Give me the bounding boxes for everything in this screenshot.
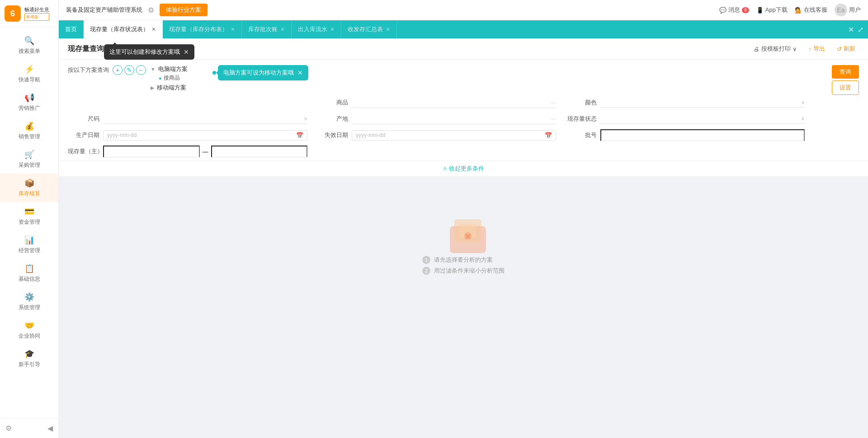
expiry-date-placeholder: yyyy-mm-dd bbox=[356, 132, 385, 138]
mobile-scheme-label[interactable]: 移动端方案 bbox=[157, 84, 186, 92]
tabbar-right-actions: ✕ ⤢ bbox=[848, 25, 868, 34]
tooltip1-text: 电脑方案可设为移动方案哦 bbox=[223, 69, 294, 77]
tab-close-icon[interactable]: ✕ bbox=[151, 26, 156, 33]
tab-home[interactable]: 首页 bbox=[59, 20, 84, 38]
tooltip1-close-btn[interactable]: ✕ bbox=[297, 69, 303, 76]
sidebar-nav: 🔍 搜索菜单 ⚡ 快速导航 📢 营销推广 💰 销售管理 🛒 采购管理 📦 库存核… bbox=[0, 28, 58, 418]
user-label: 用户 bbox=[849, 6, 861, 14]
page-actions: 🖨 按模板打印 ∨ ↑ 导出 ↺ 刷新 bbox=[750, 43, 859, 55]
sidebar-item-purchase[interactable]: 🛒 采购管理 bbox=[0, 145, 58, 174]
mobile-scheme-arrow[interactable]: ▶ bbox=[151, 85, 154, 91]
batch-input[interactable] bbox=[600, 129, 805, 141]
tab-inventory-distribution[interactable]: 现存量（库存分布表） ✕ bbox=[163, 20, 242, 38]
tab-summary[interactable]: 收发存汇总表 ✕ bbox=[341, 20, 397, 38]
search-btn[interactable]: 查询 bbox=[832, 65, 859, 79]
back-scheme-btn[interactable]: ← bbox=[136, 65, 146, 75]
collapse-label: 收起更多条件 bbox=[449, 165, 484, 172]
sidebar-item-guide[interactable]: 🎓 新手引导 bbox=[0, 344, 58, 373]
avatar-initial: Ea bbox=[837, 6, 844, 14]
stock-status-arrow: ∨ bbox=[801, 116, 805, 122]
stock-main-from[interactable] bbox=[103, 146, 200, 157]
sidebar-item-enterprise[interactable]: 🤝 企业协同 bbox=[0, 316, 58, 344]
product-label: 商品 bbox=[316, 99, 348, 107]
sidebar-item-quick-nav[interactable]: ⚡ 快速导航 bbox=[0, 60, 58, 88]
header-right: 💬 消息 8 📱 App下载 💁 在线客服 Ea 用户 bbox=[719, 4, 861, 16]
production-date-input[interactable]: yyyy-mm-dd 📅 bbox=[103, 130, 307, 141]
expiry-date-label: 失效日期 bbox=[316, 131, 348, 139]
trial-btn[interactable]: 体验行业方案 bbox=[160, 4, 208, 16]
collapse-sidebar-icon[interactable]: ◀ bbox=[47, 424, 53, 433]
tab-label: 收发存汇总表 bbox=[348, 25, 383, 33]
size-select[interactable]: ∨ bbox=[103, 114, 307, 124]
online-service-item[interactable]: 💁 在线客服 bbox=[795, 6, 827, 14]
tab-batch-account[interactable]: 库存批次账 ✕ bbox=[242, 20, 292, 38]
color-select[interactable]: ∨ bbox=[600, 98, 805, 108]
money-icon: 💰 bbox=[24, 121, 34, 131]
desktop-sub-scheme[interactable]: 接商品 bbox=[164, 74, 180, 82]
tab-close-icon[interactable]: ✕ bbox=[386, 26, 390, 33]
color-label: 颜色 bbox=[565, 99, 597, 107]
print-btn[interactable]: 🖨 按模板打印 ∨ bbox=[750, 43, 801, 55]
clipboard-icon: 📋 bbox=[24, 264, 34, 273]
main-content: 现存量查询(按仓库+商品) 🖨 按模板打印 ∨ ↑ 导出 ↺ 刷新 bbox=[59, 38, 868, 438]
production-date-field: 生产日期 yyyy-mm-dd 📅 bbox=[68, 128, 307, 142]
sidebar-item-sales[interactable]: 💰 销售管理 bbox=[0, 117, 58, 145]
expiry-date-input[interactable]: yyyy-mm-dd 📅 bbox=[352, 130, 556, 141]
desktop-scheme-label[interactable]: 电脑端方案 bbox=[158, 65, 188, 73]
header-settings-icon[interactable]: ⚙ bbox=[148, 6, 154, 14]
tabbar: 首页 现存量（库存状况表） ✕ 现存量（库存分布表） ✕ 库存批次账 ✕ 出入库… bbox=[59, 20, 868, 38]
tab-expand-icon[interactable]: ⤢ bbox=[858, 25, 863, 34]
stock-main-to[interactable] bbox=[211, 146, 308, 157]
tab-close-icon[interactable]: ✕ bbox=[330, 26, 335, 33]
sidebar-item-marketing[interactable]: 📢 营销推广 bbox=[0, 88, 58, 117]
logo-area: 6 畅通好生意 标准版 bbox=[0, 0, 58, 28]
add-scheme-btn[interactable]: + bbox=[113, 65, 123, 75]
stock-status-select[interactable]: ∨ bbox=[600, 114, 805, 124]
filter-inner: 按以下方案查询 + ✎ ← 这里可以创建和修改方案哦 ✕ bbox=[59, 60, 868, 160]
export-label: 导出 bbox=[813, 45, 825, 53]
expiry-date-field: 失效日期 yyyy-mm-dd 📅 bbox=[316, 128, 556, 142]
tab-close-all-icon[interactable]: ✕ bbox=[848, 25, 854, 34]
sidebar-item-finance[interactable]: 💳 资金管理 bbox=[0, 202, 58, 231]
sidebar-item-basic[interactable]: 📋 基础信息 bbox=[0, 259, 58, 287]
cart-icon: 🛒 bbox=[24, 150, 34, 160]
app-download-item[interactable]: 📱 App下载 bbox=[756, 6, 788, 14]
tab-in-out-flow[interactable]: 出入库流水 ✕ bbox=[292, 20, 341, 38]
tab-close-icon[interactable]: ✕ bbox=[231, 26, 235, 33]
refresh-btn[interactable]: ↺ 刷新 bbox=[833, 43, 859, 55]
tab-home-label: 首页 bbox=[65, 25, 77, 33]
tooltip2-close-btn[interactable]: ✕ bbox=[184, 48, 189, 56]
sidebar-item-search[interactable]: 🔍 搜索菜单 bbox=[0, 31, 58, 60]
sub-scheme-dot: ● bbox=[159, 75, 162, 81]
edit-scheme-btn[interactable]: ✎ bbox=[124, 65, 134, 75]
expiry-date-cal-icon: 📅 bbox=[545, 132, 552, 139]
grad-icon: 🎓 bbox=[24, 349, 34, 359]
app-badge: 标准版 bbox=[24, 13, 49, 21]
origin-select[interactable]: ··· bbox=[352, 113, 556, 124]
print-icon: 🖨 bbox=[754, 46, 760, 52]
settings-bottom-icon[interactable]: ⚙ bbox=[5, 424, 12, 433]
filter-section: 按以下方案查询 + ✎ ← 这里可以创建和修改方案哦 ✕ bbox=[59, 60, 868, 176]
sidebar-item-inventory[interactable]: 📦 库存核算 bbox=[0, 174, 58, 202]
tab-inventory-status[interactable]: 现存量（库存状况表） ✕ bbox=[84, 20, 163, 38]
export-btn[interactable]: ↑ 导出 bbox=[805, 43, 829, 55]
product-select[interactable]: ··· bbox=[352, 97, 556, 108]
header-left: 装备及固定资产辅助管理系统 ⚙ 体验行业方案 bbox=[66, 4, 208, 16]
reset-btn[interactable]: 设置 bbox=[832, 80, 859, 95]
sidebar-item-operation[interactable]: 📊 经营管理 bbox=[0, 231, 58, 259]
service-icon: 💁 bbox=[795, 7, 802, 14]
phone-icon: 📱 bbox=[756, 7, 764, 14]
sidebar-item-system[interactable]: ⚙️ 系统管理 bbox=[0, 287, 58, 316]
desktop-scheme-arrow[interactable]: ▼ bbox=[151, 66, 156, 72]
stock-range-sep: — bbox=[203, 148, 208, 155]
megaphone-icon: 📢 bbox=[24, 93, 34, 103]
user-item[interactable]: Ea 用户 bbox=[835, 4, 861, 16]
tab-label: 现存量（库存分布表） bbox=[169, 25, 228, 33]
notice-item[interactable]: 💬 消息 8 bbox=[719, 6, 749, 14]
origin-dots: ··· bbox=[551, 115, 556, 122]
tab-close-icon[interactable]: ✕ bbox=[280, 26, 285, 33]
stock-status-label: 现存量状态 bbox=[565, 115, 597, 123]
color-field: 颜色 ∨ bbox=[565, 95, 805, 110]
collapse-row[interactable]: ∧ 收起更多条件 bbox=[59, 160, 868, 176]
product-field: 商品 ··· bbox=[316, 95, 556, 110]
